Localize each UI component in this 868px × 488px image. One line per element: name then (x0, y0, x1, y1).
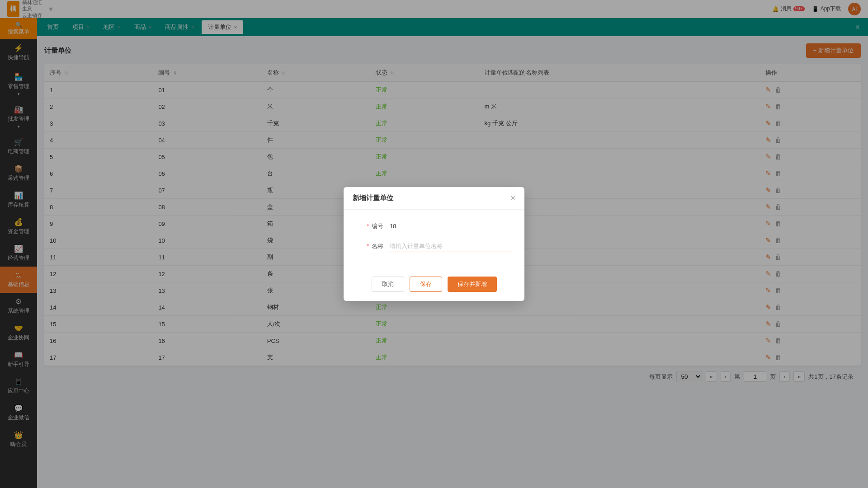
modal-title: 新增计量单位 (353, 194, 393, 202)
cancel-button[interactable]: 取消 (372, 277, 404, 292)
modal-header: 新增计量单位 × (344, 187, 524, 210)
code-input[interactable] (388, 221, 512, 232)
modal-overlay[interactable]: 新增计量单位 × * 编号 * 名称 取消 保存 保存并新增 (0, 0, 868, 488)
name-form-row: * 名称 (356, 240, 512, 252)
name-required-star: * (367, 243, 369, 249)
name-input[interactable] (388, 240, 512, 252)
save-and-new-button[interactable]: 保存并新增 (448, 277, 497, 292)
code-form-row: * 编号 (356, 221, 512, 232)
modal-body: * 编号 * 名称 (344, 210, 524, 271)
code-label: * 编号 (356, 222, 383, 230)
add-unit-modal: 新增计量单位 × * 编号 * 名称 取消 保存 保存并新增 (344, 187, 524, 301)
save-button[interactable]: 保存 (410, 277, 442, 292)
name-label: * 名称 (356, 242, 383, 250)
modal-footer: 取消 保存 保存并新增 (344, 271, 524, 301)
modal-close-btn[interactable]: × (510, 193, 515, 203)
code-required-star: * (367, 223, 369, 230)
